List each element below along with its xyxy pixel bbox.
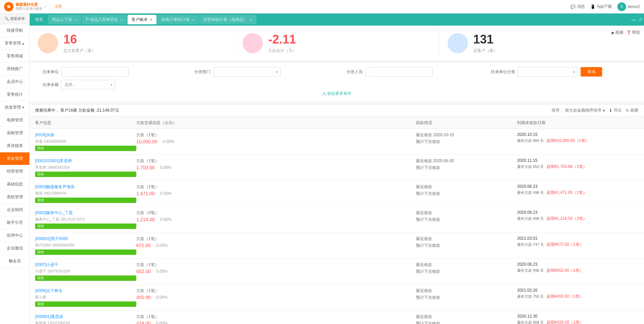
sidebar-item-system[interactable]: 系统管理 bbox=[0, 191, 29, 204]
overdue-date-7: 2020.12.30 bbox=[517, 314, 639, 319]
tab-inbound-stat-close[interactable]: ✕ bbox=[250, 18, 252, 22]
sidebar-item-basic-info[interactable]: 基础信息 bbox=[0, 178, 29, 191]
debt-percent-5: 0.00% bbox=[156, 269, 168, 274]
sidebar-item-newbie[interactable]: 新手引导 bbox=[0, 216, 29, 229]
sidebar-item-retail-stat[interactable]: 零售统计 bbox=[0, 88, 29, 101]
refresh-btn[interactable]: ↻ 刷新 bbox=[626, 108, 639, 113]
sidebar-item-enterprise-coop[interactable]: 企业协同 bbox=[0, 204, 29, 216]
debt-amount-6: 455.90 bbox=[136, 295, 151, 300]
tab-product-offline[interactable]: 商品上下架 ✕ bbox=[48, 15, 81, 24]
debt-info-5: 欠款（1笔） 652.00 0.00% bbox=[136, 262, 416, 274]
overdue-link-0[interactable]: 超期¥10,000.00（1笔） bbox=[547, 138, 589, 143]
tab-product-inbound[interactable]: 产成品入库单历史 ✕ bbox=[82, 15, 127, 24]
filter-balance: 往来余额 选择... ▾ bbox=[35, 80, 146, 89]
sidebar-search[interactable]: 🔍 搜索菜单 bbox=[0, 13, 29, 24]
sidebar-item-batch-mgmt[interactable]: 批发管理 ▼ bbox=[0, 101, 29, 114]
customer-name-5[interactable]: [0007]小进千 bbox=[35, 262, 136, 268]
overdue-link-1[interactable]: 超期¥1,703.68（1笔） bbox=[547, 164, 587, 169]
sidebar: 🔍 搜索菜单 快捷导航 零售管理 ▲ 零售商城 营销推广 会员中心 零售统计 批… bbox=[0, 13, 30, 324]
stat-debtors-number: 16 bbox=[63, 32, 96, 47]
debt-count-6: 欠款（1笔） bbox=[136, 288, 416, 294]
customer-contact-4: 用户2050 18665062050 bbox=[35, 243, 136, 248]
tab-product-offline-close[interactable]: ✕ bbox=[74, 18, 77, 22]
search-btn[interactable]: 查询 bbox=[581, 67, 602, 77]
sidebar-item-finance[interactable]: 资金管理 bbox=[0, 152, 29, 165]
balance-value: 选择... bbox=[64, 82, 76, 88]
sidebar-item-app-center[interactable]: 应用中心 bbox=[0, 229, 29, 242]
tab-product-inbound-close[interactable]: ✕ bbox=[120, 18, 123, 22]
collection-info-4: 最近收款 预计下次收款 bbox=[416, 236, 517, 248]
sidebar-item-member-vip[interactable]: 畅会员 bbox=[0, 255, 29, 268]
sidebar-item-retail-store[interactable]: 零售商城 bbox=[0, 50, 29, 63]
app-download-btn[interactable]: 📱 App下载 bbox=[590, 4, 612, 9]
sidebar-item-member[interactable]: 会员中心 bbox=[0, 76, 29, 88]
tab-expand-icon[interactable]: ⤢ bbox=[639, 17, 643, 22]
sidebar-item-enterprise-wx[interactable]: 企业微信 bbox=[0, 242, 29, 255]
logo-area: 畅 畅捷通好生意 母婴行业演示账套 ▾ bbox=[4, 2, 46, 11]
collapse-btn[interactable]: ⋀ 收起更多条件 bbox=[35, 89, 639, 98]
customer-name-3[interactable]: [0002]服务中心_丁磊 bbox=[35, 210, 136, 216]
app-name: 畅捷通好生意 bbox=[16, 2, 43, 7]
overdue-info-5: 2020.06.23 最长欠款 998 天 超期¥652.00（1笔） bbox=[517, 262, 639, 273]
video-btn[interactable]: ▶ 视频 bbox=[612, 30, 623, 35]
help-btn[interactable]: ❓ 帮助 bbox=[626, 30, 640, 35]
tab-customer-account[interactable]: 客户账本 ✕ bbox=[128, 15, 157, 24]
tab-purchase-order-close[interactable]: ✕ bbox=[192, 18, 194, 22]
theme-link[interactable]: 示范 bbox=[55, 4, 62, 9]
sidebar-item-purchase[interactable]: 采购管理 bbox=[0, 127, 29, 140]
debt-percent-2: 0.00% bbox=[160, 191, 172, 196]
sidebar-item-ecommerce[interactable]: 电商管理 bbox=[0, 114, 29, 127]
tab-collapse-icon[interactable]: — bbox=[631, 17, 636, 22]
source-unit-input[interactable]: ··· bbox=[61, 67, 129, 77]
collection-info-0: 最近收款 2020-10-15 预计下次收款 bbox=[416, 132, 517, 145]
customer-info-5: [0007]小进千 小进千 18279152100 现销 bbox=[35, 262, 136, 281]
svg-text:¥: ¥ bbox=[46, 40, 49, 46]
debt-amount-2: 1,471.00 bbox=[136, 191, 155, 196]
tab-home[interactable]: 首页 bbox=[31, 15, 47, 24]
overdue-date-6: 2021.02.26 bbox=[517, 288, 639, 293]
message-btn[interactable]: 💬 消息 bbox=[570, 4, 585, 9]
customer-name-1[interactable]: [0001020001]李老师 bbox=[35, 158, 136, 164]
overdue-link-5[interactable]: 超期¥652.00（1笔） bbox=[547, 268, 584, 273]
sidebar-item-nav[interactable]: 快捷导航 bbox=[0, 24, 29, 37]
overdue-link-2[interactable]: 超期¥1,471.00（1笔） bbox=[547, 190, 587, 195]
overdue-link-4[interactable]: 超期¥672.00（1笔） bbox=[547, 242, 584, 247]
customer-name-7[interactable]: [000001]黄思源 bbox=[35, 314, 136, 320]
unit-class-chevron: ▾ bbox=[573, 70, 575, 74]
sidebar-item-operation[interactable]: 经营管理 bbox=[0, 165, 29, 178]
customer-name-6[interactable]: [0006]去下粮仓 bbox=[35, 288, 136, 294]
customer-contact-0: 吴俊 13026203696 bbox=[35, 139, 136, 144]
sidebar-item-retail-mgmt[interactable]: 零售管理 ▲ bbox=[0, 37, 29, 50]
overdue-date-4: 2021.03.01 bbox=[517, 236, 639, 241]
tab-customer-account-close[interactable]: ✕ bbox=[150, 18, 152, 22]
table-row: [000002]用户2050 用户2050 18665062050 现销 欠款（… bbox=[30, 233, 644, 259]
customer-info-0: [0016]吴俊 吴俊 13026203696 现销 bbox=[35, 132, 136, 151]
next-collection-0: 预计下次收款 bbox=[416, 139, 517, 145]
overdue-link-7[interactable]: 超期¥429.00（1笔） bbox=[547, 320, 584, 324]
customer-name-4[interactable]: [000002]用户2050 bbox=[35, 236, 136, 242]
user-area[interactable]: D demo2 bbox=[617, 2, 640, 11]
balance-select[interactable]: 选择... ▾ bbox=[61, 80, 115, 89]
top-bar: 畅 畅捷通好生意 母婴行业演示账套 ▾ 示范 💬 消息 📱 App下载 D de… bbox=[0, 0, 644, 13]
sidebar-item-inventory[interactable]: 库存核算 bbox=[0, 140, 29, 152]
overdue-link-6[interactable]: 超期¥455.90（1笔） bbox=[547, 294, 584, 299]
stat-actions: ▶ 视频 ❓ 帮助 bbox=[612, 30, 640, 35]
help-icon: ❓ bbox=[626, 30, 631, 35]
customer-name-0[interactable]: [0016]吴俊 bbox=[35, 132, 136, 138]
filter-unit-class: 往来单位分类 ▾ 查询 bbox=[491, 67, 639, 77]
customer-tag-2: 现销 bbox=[35, 198, 136, 203]
collection-info-7: 最近收款 预计下次收款 bbox=[416, 314, 517, 324]
export-btn[interactable]: ⬇ 导出 bbox=[609, 108, 622, 113]
manager-input[interactable]: ··· bbox=[365, 67, 433, 77]
stat-card-debt-total: -2.11 欠款合计（万） bbox=[234, 26, 439, 60]
dept-select[interactable]: ▾ bbox=[213, 67, 281, 77]
th-customer-info: 客户信息 bbox=[35, 120, 136, 126]
tab-inbound-stat[interactable]: 进货单统计表（按商品） ✕ bbox=[199, 15, 256, 24]
customer-info-2: [0003]畅捷服务尹海燕 海燕 18513066976 现销 bbox=[35, 184, 136, 203]
company-dropdown-icon[interactable]: ▾ bbox=[45, 5, 46, 8]
sidebar-item-marketing[interactable]: 营销推广 bbox=[0, 63, 29, 76]
unit-class-select[interactable]: ▾ bbox=[517, 67, 578, 77]
tab-purchase-order[interactable]: 采购订单统计表 ✕ bbox=[157, 15, 198, 24]
customer-name-2[interactable]: [0003]畅捷服务尹海燕 bbox=[35, 184, 136, 190]
overdue-link-3[interactable]: 超期¥1,214.00（3笔） bbox=[547, 216, 587, 221]
